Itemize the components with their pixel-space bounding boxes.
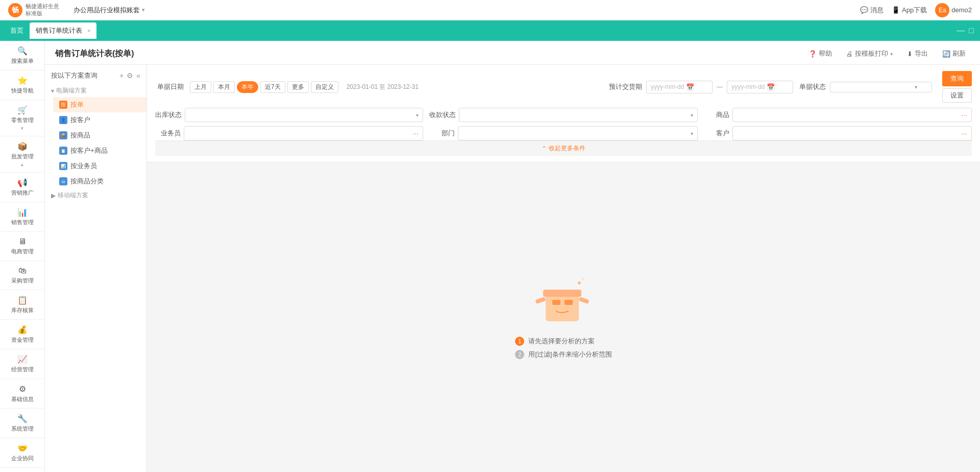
status-label: 单据状态	[797, 82, 826, 91]
delivery-date-end-input[interactable]: yyyy-mm-dd 📅	[727, 81, 793, 93]
sidebar-item-inventory[interactable]: 📋 库存核算	[0, 290, 44, 320]
payment-label: 收款状态	[429, 110, 456, 120]
tab-sales-stats[interactable]: 销售订单统计表 ×	[30, 22, 96, 39]
delivery-date-end-calendar-icon: 📅	[767, 83, 775, 91]
tree-item-label-category: 按商品分类	[70, 177, 104, 186]
query-button[interactable]: 查询	[942, 71, 972, 86]
sidebar-item-operations[interactable]: 📈 经营管理	[0, 349, 44, 379]
sidebar-item-sales[interactable]: 📊 销售管理	[0, 202, 44, 232]
tab-bar-right: — □	[957, 26, 980, 35]
marketing-icon: 📢	[17, 178, 28, 187]
sidebar-item-basic[interactable]: ⚙ 基础信息	[0, 379, 44, 409]
tab-minimize-button[interactable]: —	[957, 26, 965, 35]
payment-status-select[interactable]: ▾	[459, 108, 697, 122]
message-button[interactable]: 💬 消息	[860, 6, 884, 15]
sidebar-item-finance[interactable]: 💰 资金管理	[0, 320, 44, 349]
inventory-icon: 📋	[17, 295, 28, 305]
status-arrow-icon: ▾	[915, 84, 917, 90]
tab-close-icon[interactable]: ×	[87, 28, 90, 34]
sidebar-item-quicknav[interactable]: ⭐ 快捷导航	[0, 70, 44, 100]
customer-input[interactable]: ···	[732, 126, 972, 140]
page-header: 销售订单统计表(按单) ❓ 帮助 🖨 按模板打印 ▾ ⬇ 导出 🔄 刷新	[45, 41, 980, 65]
goods-more-icon[interactable]: ···	[961, 111, 967, 119]
sidebar-item-enterprise[interactable]: 🤝 企业协同	[0, 438, 44, 468]
tree-item-icon-order: 按	[59, 101, 67, 109]
sidebar-item-search[interactable]: 🔍 搜索菜单	[0, 41, 44, 70]
tree-item-by-goods[interactable]: 📦 按商品	[53, 128, 146, 143]
collapse-more-conditions-button[interactable]: ⌃ 收起更多条件	[155, 140, 972, 156]
date-btn-more[interactable]: 更多	[287, 81, 309, 93]
tree-item-icon-customer-goods: 📋	[59, 147, 67, 155]
delivery-date-start-input[interactable]: yyyy-mm-dd 📅	[646, 81, 713, 93]
delivery-status-select[interactable]: ▾	[185, 108, 423, 122]
date-range-separator: —	[717, 83, 723, 90]
date-btn-custom[interactable]: 自定义	[311, 81, 338, 93]
sidebar-item-ecommerce[interactable]: 🖥 电商管理	[0, 232, 44, 261]
breadcrumb-arrow-icon[interactable]: ▾	[142, 7, 145, 13]
tree-item-by-order[interactable]: 按 按单	[53, 97, 146, 112]
settings-scheme-button[interactable]: ⚙	[127, 72, 133, 80]
goods-label: 商品	[704, 110, 729, 120]
goods-input[interactable]: ···	[732, 108, 972, 122]
date-btn-this-month[interactable]: 本月	[213, 81, 235, 93]
sidebar-item-newuser[interactable]: 🎯 新手引导	[0, 468, 44, 472]
customer-label: 客户	[704, 129, 729, 138]
home-tab-label: 首页	[10, 26, 23, 35]
tree-item-by-customer-goods[interactable]: 📋 按客户+商品	[53, 143, 146, 158]
delivery-label: 出库状态	[155, 110, 182, 120]
sidebar-item-retail[interactable]: 🛒 零售管理 ▾	[0, 100, 44, 136]
add-scheme-button[interactable]: +	[119, 72, 124, 80]
ecommerce-icon: 🖥	[18, 237, 27, 246]
salesman-input[interactable]: ···	[184, 126, 423, 140]
sidebar-item-system[interactable]: 🔧 系统管理	[0, 409, 44, 438]
tab-home[interactable]: 首页	[4, 22, 30, 39]
collapse-arrow-icon: ⌃	[542, 145, 547, 152]
department-label: 部门	[429, 129, 455, 138]
filter-area: 单据日期 上月 本月 本年 近7天 更多 自定义 2023-01-01 至 20…	[147, 65, 980, 162]
date-btn-this-year[interactable]: 本年	[237, 81, 258, 93]
tree-item-by-salesman[interactable]: 📊 按业务员	[53, 158, 146, 174]
print-button[interactable]: 🖨 按模板打印 ▾	[842, 47, 897, 60]
svg-rect-2	[546, 293, 579, 321]
sidebar-item-purchase[interactable]: 🛍 采购管理	[0, 261, 44, 290]
export-button[interactable]: ⬇ 导出	[903, 47, 932, 60]
filter-cell-customer: 客户 ···	[704, 126, 972, 140]
sidebar-item-wholesale[interactable]: 📦 批发管理 ▴	[0, 136, 44, 173]
tree-item-label-salesman: 按业务员	[70, 161, 97, 171]
settings-button[interactable]: 设置	[942, 88, 972, 103]
tree-item-by-category[interactable]: 🗂 按商品分类	[53, 174, 146, 189]
right-content: 单据日期 上月 本月 本年 近7天 更多 自定义 2023-01-01 至 20…	[147, 65, 980, 472]
svg-rect-5	[565, 300, 573, 305]
wholesale-arrow-icon: ▴	[21, 162, 23, 167]
date-btn-last-month[interactable]: 上月	[190, 81, 211, 93]
tree-item-by-customer[interactable]: 👤 按客户	[53, 112, 146, 128]
salesman-label: 业务员	[155, 129, 181, 138]
refresh-button[interactable]: 🔄 刷新	[938, 47, 970, 60]
retail-icon: 🛒	[17, 105, 28, 115]
page-title: 销售订单统计表(按单)	[55, 49, 134, 59]
help-button[interactable]: ❓ 帮助	[804, 47, 836, 60]
collapse-panel-button[interactable]: «	[136, 72, 140, 80]
tree-item-icon-customer: 👤	[59, 116, 67, 124]
tab-maximize-button[interactable]: □	[969, 26, 974, 35]
salesman-more-icon[interactable]: ···	[413, 129, 419, 137]
enterprise-icon: 🤝	[17, 443, 28, 453]
logo-area: 畅 畅捷通好生意 标准版	[8, 3, 59, 17]
mobile-section-header[interactable]: ▶ 移动端方案	[45, 189, 146, 202]
app-download-button[interactable]: 📱 App下载	[892, 6, 927, 15]
hint-num-1: 1	[515, 337, 524, 346]
status-select[interactable]: ▾	[830, 82, 932, 92]
date-btn-7days[interactable]: 近7天	[260, 81, 285, 93]
user-menu[interactable]: Ea demo2	[935, 3, 972, 17]
quicknav-icon: ⭐	[17, 76, 28, 85]
sidebar-item-marketing[interactable]: 📢 营销推广	[0, 173, 44, 202]
customer-more-icon[interactable]: ···	[961, 129, 967, 137]
help-icon: ❓	[808, 50, 817, 58]
logo-icon: 畅	[8, 3, 22, 17]
filter-cell-goods: 商品 ···	[704, 108, 972, 122]
query-actions: 查询 设置	[942, 71, 972, 103]
svg-text:✦: ✦	[581, 277, 585, 281]
department-select[interactable]: ▾	[458, 126, 697, 140]
desktop-section-header[interactable]: ▾ 电脑端方案	[45, 84, 146, 97]
tree-item-label-customer: 按客户	[70, 115, 90, 125]
